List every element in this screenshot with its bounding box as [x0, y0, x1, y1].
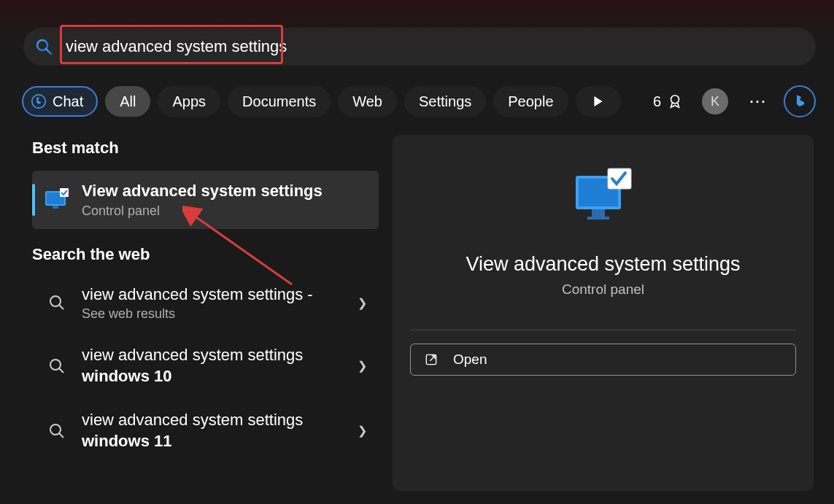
svg-point-8	[50, 296, 61, 306]
documents-filter[interactable]: Documents	[228, 86, 331, 117]
svg-point-12	[50, 424, 61, 435]
filter-row: Chat All Apps Documents Web Settings Peo…	[22, 84, 816, 119]
web-result-text: view advanced system settings windows 11	[82, 410, 346, 451]
bing-small-icon	[31, 93, 47, 109]
best-match-heading: Best match	[32, 139, 379, 158]
rewards-indicator[interactable]: 6	[646, 93, 690, 110]
search-web-heading: Search the web	[32, 245, 379, 264]
chat-label: Chat	[53, 93, 83, 110]
apps-filter[interactable]: Apps	[158, 86, 220, 117]
best-match-result[interactable]: View advanced system settings Control pa…	[32, 171, 379, 229]
svg-line-11	[59, 368, 63, 373]
open-external-icon	[424, 352, 439, 367]
search-input[interactable]	[66, 37, 804, 56]
web-result-2[interactable]: view advanced system settings windows 11…	[32, 400, 379, 462]
open-button[interactable]: Open	[410, 344, 796, 376]
all-filter[interactable]: All	[105, 86, 150, 117]
chevron-right-icon: ❯	[358, 359, 367, 373]
chat-filter[interactable]: Chat	[22, 86, 98, 117]
svg-rect-16	[592, 209, 605, 217]
bing-chat-button[interactable]	[784, 85, 816, 117]
monitor-icon	[44, 187, 70, 213]
people-filter[interactable]: People	[493, 86, 568, 117]
preview-title: View advanced system settings	[466, 253, 740, 276]
web-result-text: view advanced system settings windows 10	[82, 345, 346, 387]
svg-point-3	[671, 96, 679, 104]
search-icon	[44, 353, 70, 379]
preview-pane: View advanced system settings Control pa…	[393, 135, 814, 491]
settings-filter[interactable]: Settings	[404, 86, 486, 117]
chevron-right-icon: ❯	[358, 296, 367, 310]
medal-icon	[667, 93, 683, 109]
play-icon	[593, 96, 603, 106]
monitor-icon	[571, 164, 636, 228]
search-icon	[44, 290, 70, 316]
web-result-text: view advanced system settings - See web …	[82, 284, 346, 322]
web-result-0[interactable]: view advanced system settings - See web …	[32, 274, 379, 333]
svg-point-10	[50, 360, 61, 370]
avatar[interactable]: K	[702, 88, 728, 115]
rewards-count: 6	[653, 93, 661, 110]
svg-line-13	[59, 433, 63, 438]
svg-line-9	[59, 305, 63, 309]
open-label: Open	[453, 352, 487, 368]
web-filter[interactable]: Web	[338, 86, 397, 117]
more-menu[interactable]: ⋯	[740, 91, 776, 112]
search-bar[interactable]	[23, 28, 816, 66]
search-icon	[35, 38, 53, 55]
svg-rect-6	[53, 206, 58, 209]
chevron-right-icon: ❯	[358, 424, 367, 438]
search-icon	[44, 418, 70, 444]
svg-line-1	[46, 49, 51, 54]
web-result-1[interactable]: view advanced system settings windows 10…	[32, 335, 379, 397]
svg-rect-7	[60, 188, 69, 197]
results-column: Best match View advanced system settings…	[32, 139, 379, 465]
preview-subtitle: Control panel	[562, 282, 644, 298]
bing-icon	[791, 93, 808, 110]
best-match-text: View advanced system settings Control pa…	[82, 181, 367, 219]
svg-rect-17	[587, 217, 609, 220]
more-filter[interactable]	[576, 86, 621, 117]
divider	[410, 330, 796, 330]
